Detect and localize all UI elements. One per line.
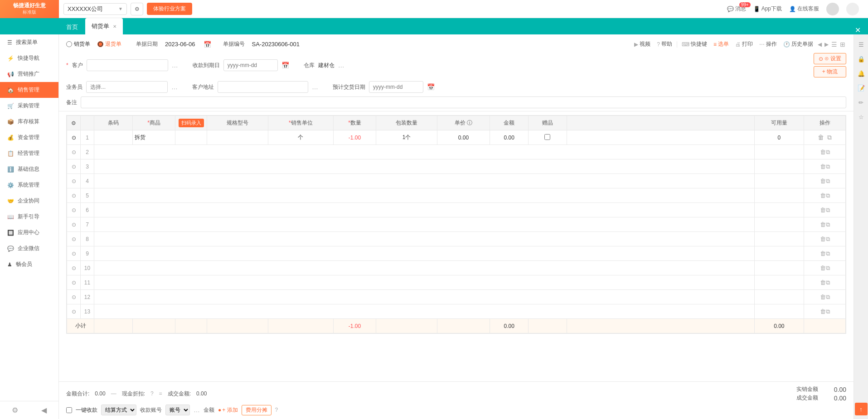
rp-icon-orange[interactable]: ↑ [855,403,868,415]
salesperson-dots-btn[interactable]: … [171,83,178,91]
account-dots-btn[interactable]: … [194,406,200,414]
avatar-extra[interactable] [846,3,859,15]
discount-help-btn[interactable]: ? [150,390,154,397]
del-btn[interactable]: 🗑 [820,192,826,199]
copy-btn[interactable]: ⧉ [826,207,830,214]
next-btn[interactable]: ▶ [824,40,829,48]
prev-btn[interactable]: ◀ [817,40,823,48]
del-btn[interactable]: 🗑 [820,308,826,315]
add-payment-btn[interactable]: ● + 添加 [218,406,238,414]
due-date-input[interactable] [223,59,278,71]
del-btn[interactable]: 🗑 [820,163,826,170]
copy-btn[interactable]: ⧉ [826,163,830,170]
flow-btn[interactable]: + 物流 [814,66,846,77]
del-btn[interactable]: 🗑 [820,207,826,213]
expense-split-btn[interactable]: 费用分摊 [242,405,272,415]
sidebar-item-sales[interactable]: 🏠 销售管理 [0,82,58,98]
tab-home[interactable]: 首页 [59,20,85,34]
video-btn[interactable]: ▶ 视频 [631,39,653,49]
sidebar-collapse-btn[interactable]: ◀ [39,404,48,416]
sidebar-item-apps[interactable]: 🔲 应用中心 [0,225,58,241]
expense-help-btn[interactable]: ? [275,407,278,413]
sidebar-item-member[interactable]: ♟ 畅会员 [0,256,58,272]
copy-btn[interactable]: ⧉ [826,265,830,272]
sidebar-item-wechat[interactable]: 💬 企业微信 [0,241,58,256]
customer-input[interactable] [87,59,168,71]
addr-dots-btn[interactable]: … [312,83,318,91]
copy-row-btn[interactable]: ⧉ [826,134,833,141]
history-btn[interactable]: 🕐 历史单据 [781,39,816,49]
online-service-btn[interactable]: 👤 在线客服 [789,5,819,13]
sidebar-item-basic[interactable]: ℹ️ 基础信息 [0,161,58,177]
copy-btn[interactable]: ⧉ [826,221,830,228]
col-scan[interactable]: 扫码录入 [175,116,207,130]
del-btn[interactable]: 🗑 [820,178,826,184]
help-btn[interactable]: ? 帮助 [654,39,675,49]
rp-icon-6[interactable]: ☆ [855,111,868,123]
rp-icon-4[interactable]: 📝 [855,82,868,94]
sidebar-item-operation[interactable]: 📋 经营管理 [0,145,58,161]
one-click-payment-checkbox[interactable] [66,407,72,413]
tab-close-icon[interactable]: ✕ [113,24,116,29]
warehouse-dots-btn[interactable]: … [338,62,344,69]
customer-addr-input[interactable] [218,81,308,93]
radio-return[interactable]: 退货单 [97,40,121,48]
settings-btn[interactable]: ⊙ ⊙ 设置 [814,53,846,64]
company-selector[interactable]: XXXXXX公司 ▼ [63,3,127,15]
sidebar-item-search[interactable]: ☰ 搜索菜单 [0,34,58,50]
sidebar-item-guide[interactable]: 📖 新手引导 [0,209,58,225]
sidebar-settings-btn[interactable]: ⚙ [10,404,20,416]
del-btn[interactable]: 🗑 [820,149,826,155]
copy-btn[interactable]: ⧉ [826,279,830,286]
view-grid-btn[interactable]: ⊞ [839,40,846,49]
trial-btn[interactable]: 体验行业方案 [147,3,192,15]
print-btn[interactable]: 🖨 打印 [732,39,756,49]
expected-date-calendar-btn[interactable]: 📅 [427,83,435,91]
scan-btn[interactable]: 扫码录入 [179,119,204,127]
app-download-btn[interactable]: 📱 App下载 [753,5,782,13]
sidebar-item-purchase[interactable]: 🛒 采购管理 [0,98,58,114]
sidebar-item-collab[interactable]: 🤝 企业协同 [0,193,58,209]
sidebar-item-finance[interactable]: 💰 资金管理 [0,130,58,145]
date-picker-btn[interactable]: 📅 [203,41,212,48]
del-btn[interactable]: 🗑 [820,265,826,271]
copy-btn[interactable]: ⧉ [826,192,830,199]
del-btn[interactable]: 🗑 [820,236,826,242]
remark-input[interactable] [81,96,846,108]
sidebar-item-quick-nav[interactable]: ⚡ 快捷导航 [0,50,58,66]
rp-icon-1[interactable]: ☰ [855,38,868,51]
copy-btn[interactable]: ⧉ [826,250,830,257]
del-btn[interactable]: 🗑 [820,221,826,228]
rp-icon-3[interactable]: 🔔 [855,67,868,80]
sidebar-item-system[interactable]: ⚙️ 系统管理 [0,177,58,193]
due-date-calendar-btn[interactable]: 📅 [281,62,289,69]
payment-method-select[interactable]: 结算方式 [101,405,136,415]
copy-btn[interactable]: ⧉ [826,308,830,315]
account-select[interactable]: 账号 [165,405,190,415]
delete-row-btn[interactable]: 🗑 [817,134,825,141]
rp-icon-2[interactable]: 🔒 [855,53,868,65]
expected-date-input[interactable] [369,81,423,93]
copy-btn[interactable]: ⧉ [826,294,830,301]
view-list-btn[interactable]: ☰ [830,40,838,49]
action-btn[interactable]: ⋯ 操作 [756,39,780,49]
copy-btn[interactable]: ⧉ [826,236,830,243]
del-btn[interactable]: 🗑 [820,250,826,257]
copy-btn[interactable]: ⧉ [826,178,830,185]
del-btn[interactable]: 🗑 [820,279,826,286]
radio-sale[interactable]: 销货单 [66,40,90,48]
rp-icon-5[interactable]: ✏ [855,96,868,109]
sidebar-item-inventory[interactable]: 📦 库存核算 [0,114,58,130]
customer-dots-btn[interactable]: … [172,62,178,69]
avatar[interactable] [826,3,839,15]
shortcut-btn[interactable]: ⌨ 快捷键 [679,39,710,49]
message-btn[interactable]: 💬 消息 99+ [727,5,746,13]
del-btn[interactable]: 🗑 [820,294,826,300]
salesperson-input[interactable] [86,81,168,93]
copy-btn[interactable]: ⧉ [826,149,830,156]
settings-gear-btn[interactable]: ⚙ [131,3,143,15]
col-settings[interactable]: ⚙ [67,116,81,130]
select-order-btn[interactable]: ≡ 选单 [711,39,732,49]
sidebar-item-marketing[interactable]: 📢 营销推广 [0,66,58,82]
window-close-btn[interactable]: ✕ [848,26,868,34]
